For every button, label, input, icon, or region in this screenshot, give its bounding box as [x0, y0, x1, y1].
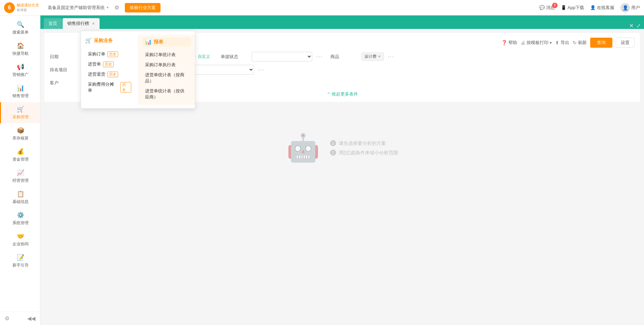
- home-icon: 🏠: [17, 42, 24, 49]
- message-icon: 💬: [539, 5, 545, 10]
- dropdown-item-inbound[interactable]: 进货单 历史: [85, 59, 134, 69]
- sidebar-collapse-button[interactable]: ◀◀: [27, 315, 35, 322]
- voucher-status-select[interactable]: [252, 52, 312, 62]
- user-menu[interactable]: 👤 用户: [620, 3, 640, 12]
- customer-label: 客户: [50, 80, 77, 86]
- collapse-button[interactable]: ⌃ 收起更多条件: [327, 91, 358, 97]
- service-icon: 👤: [590, 5, 596, 10]
- sidebar-item-guide[interactable]: 📝 新手引导: [0, 250, 40, 272]
- sidebar-item-system[interactable]: ⚙️ 系统管理: [0, 208, 40, 229]
- salesman-select[interactable]: [193, 65, 254, 75]
- dropdown-reports-col: 📊 报表 采购订单统计表 采购订单执行表 进货单统计表（按商品） 进货单统计表（…: [138, 35, 195, 105]
- tip-num-1: 1: [330, 140, 336, 146]
- tip-num-2: 2: [330, 150, 336, 156]
- refresh-button[interactable]: ↻ 刷新: [573, 40, 587, 46]
- quick-custom-button[interactable]: 自定义: [198, 54, 210, 59]
- dropdown-item-purchase-order[interactable]: 采购订单 历史: [85, 49, 134, 59]
- phone-icon: 📱: [561, 5, 566, 10]
- dropdown-item-expense[interactable]: 采购费用分摊单 历史: [85, 79, 134, 95]
- dropdown-item-return[interactable]: 进货退货 历史: [85, 69, 134, 79]
- message-button[interactable]: 💬 9 消息: [539, 5, 555, 11]
- refresh-icon: ↻: [573, 40, 577, 45]
- rank-label: 排名项目: [50, 67, 77, 73]
- sidebar-item-operations[interactable]: 📈 经营管理: [0, 166, 40, 187]
- app-download-button[interactable]: 📱 App下载: [561, 5, 584, 11]
- settings-icon[interactable]: ⚙: [112, 3, 121, 12]
- dropdown-reports-title: 📊 报表: [142, 37, 191, 46]
- dropdown-item-report-0[interactable]: 采购订单统计表: [142, 50, 191, 60]
- avatar: 👤: [620, 3, 630, 12]
- dropdown-purchase-col: 🛒 采购业务 采购订单 历史 进货单 历史 进货退货 历史 采购费用分摊单: [81, 35, 138, 105]
- search-icon: 🔍: [17, 21, 24, 28]
- main-layout: 🔍 搜索菜单 🏠 快捷导航 📢 营销推广 📊 销售管理 🛒 采购管理 📦 库存核…: [0, 15, 644, 325]
- print-button[interactable]: 🖨 按模板打印 ▾: [521, 40, 552, 46]
- voucher-status-label: 单据状态: [221, 54, 248, 60]
- export-button[interactable]: ⬆ 导出: [555, 40, 569, 46]
- industry-button[interactable]: 体验行业方案: [125, 3, 160, 12]
- top-right-actions: 💬 9 消息 📱 App下载 👤 在线客服 👤 用户: [539, 3, 640, 12]
- export-icon: ⬆: [555, 40, 559, 45]
- sidebar-item-purchase[interactable]: 🛒 采购管理: [0, 102, 40, 123]
- logo-title: 畅捷通好生意: [17, 3, 39, 7]
- goods-dots[interactable]: ···: [388, 54, 394, 60]
- sidebar-item-finance[interactable]: 💰 资金管理: [0, 145, 40, 166]
- sidebar-item-sales[interactable]: 📊 销售管理: [0, 81, 40, 102]
- cooperation-icon: 🤝: [17, 233, 24, 240]
- empty-illustration: 🤖: [286, 132, 320, 164]
- sidebar-item-cooperation[interactable]: 🤝 企业协同: [0, 229, 40, 250]
- content-area: 首页 销售排行榜 ✕ ✕ ⤢ ❓ 帮助: [40, 15, 644, 325]
- operations-icon: 📈: [17, 169, 24, 176]
- sidebar-item-quicknav[interactable]: 🏠 快捷导航: [0, 39, 40, 60]
- collapse-up-icon: ⌃: [327, 92, 330, 97]
- tab-close-all-button[interactable]: ✕: [629, 23, 634, 29]
- goods-label: 商品: [330, 54, 357, 60]
- system-title: 装备及固定资产辅助管理系统 ▾: [48, 5, 109, 11]
- logo-area: 6 畅捷通好生意 标准版: [4, 2, 44, 13]
- sidebar-bottom: ⚙ ◀◀: [0, 312, 40, 325]
- message-badge: 9: [552, 3, 558, 8]
- hist-badge-1: 历史: [103, 62, 114, 67]
- purchase-title-icon: 🛒: [85, 37, 92, 44]
- chevron-down-icon: ▾: [107, 5, 109, 10]
- dropdown-item-report-1[interactable]: 采购订单执行表: [142, 60, 191, 70]
- empty-tips: 1 请先选择要分析的方案 2 用[过滤]条件来缩小分析范围: [330, 138, 398, 157]
- sidebar-item-marketing[interactable]: 📢 营销推广: [0, 60, 40, 81]
- help-icon: ❓: [501, 40, 507, 45]
- salesman-dots[interactable]: ···: [258, 67, 264, 73]
- help-button[interactable]: ❓ 帮助: [501, 40, 517, 46]
- sidebar-item-inventory[interactable]: 📦 库存核算: [0, 123, 40, 145]
- hist-badge-2: 历史: [107, 72, 118, 77]
- tab-home[interactable]: 首页: [44, 18, 62, 29]
- settings-button[interactable]: 设置: [616, 38, 635, 48]
- logo-icon: 6: [4, 2, 15, 13]
- basic-info-icon: 📋: [17, 190, 24, 198]
- dropdown-purchase-title: 🛒 采购业务: [85, 37, 134, 46]
- goods-tag: 设计费 ✕: [361, 52, 384, 61]
- hist-badge-0: 历史: [107, 51, 118, 57]
- sidebar-item-search[interactable]: 🔍 搜索菜单: [0, 17, 40, 39]
- tab-expand-button[interactable]: ⤢: [636, 23, 641, 29]
- online-service-button[interactable]: 👤 在线客服: [590, 5, 614, 11]
- tab-close-icon[interactable]: ✕: [92, 22, 95, 26]
- purchase-icon: 🛒: [17, 106, 24, 113]
- top-bar: 6 畅捷通好生意 标准版 装备及固定资产辅助管理系统 ▾ ⚙ 体验行业方案 💬 …: [0, 0, 644, 15]
- guide-icon: 📝: [17, 254, 24, 261]
- dropdown-item-report-3[interactable]: 进货单统计表（按供应商）: [142, 86, 191, 102]
- tab-bar: 首页 销售排行榜 ✕ ✕ ⤢: [40, 15, 644, 29]
- print-icon: 🖨: [521, 40, 525, 45]
- voucher-status-dots[interactable]: ···: [316, 54, 323, 60]
- query-button[interactable]: 查询: [590, 38, 612, 48]
- marketing-icon: 📢: [17, 63, 24, 71]
- hist-badge-3: 历史: [120, 82, 131, 93]
- inventory-icon: 📦: [17, 127, 24, 134]
- sidebar-item-basic-info[interactable]: 📋 基础信息: [0, 187, 40, 208]
- tab-bar-right: ✕ ⤢: [629, 23, 641, 29]
- dropdown-item-report-2[interactable]: 进货单统计表（按商品）: [142, 70, 191, 86]
- sidebar-settings-button[interactable]: ⚙: [5, 315, 9, 322]
- goods-tag-close[interactable]: ✕: [378, 54, 381, 59]
- print-chevron-icon: ▾: [550, 41, 552, 45]
- sales-icon: 📊: [17, 84, 24, 92]
- tab-sales-ranking[interactable]: 销售排行榜 ✕: [63, 18, 100, 29]
- reports-title-icon: 📊: [145, 39, 152, 45]
- system-icon: ⚙️: [17, 211, 24, 219]
